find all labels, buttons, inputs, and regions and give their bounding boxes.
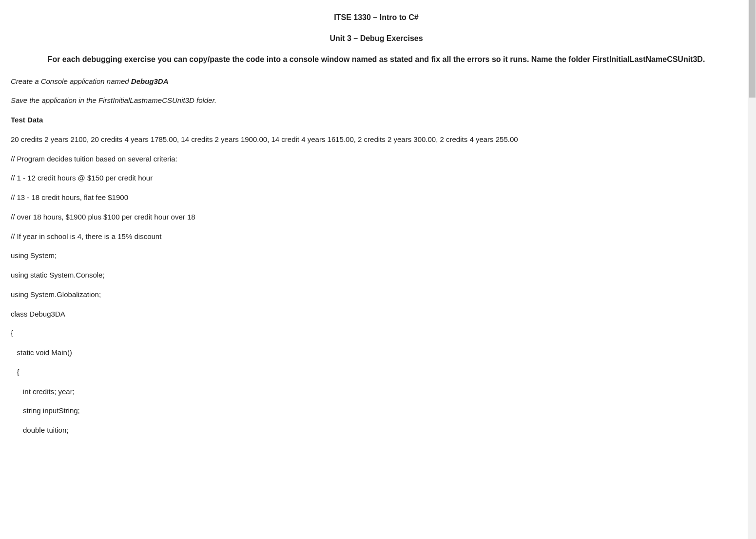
code-line: string inputString; — [11, 405, 742, 416]
code-line: // 1 - 12 credit hours @ $150 per credit… — [11, 173, 742, 183]
create-app-line: Create a Console application named Debug… — [11, 76, 742, 87]
course-title: ITSE 1330 – Intro to C# — [11, 12, 742, 23]
test-data-label: Test Data — [11, 115, 742, 125]
instructions-text: For each debugging exercise you can copy… — [11, 54, 742, 65]
test-data-content: 20 credits 2 years 2100, 20 credits 4 ye… — [11, 134, 742, 145]
save-app-line: Save the application in the FirstInitial… — [11, 95, 742, 106]
code-line: { — [11, 328, 742, 339]
scrollbar-track[interactable] — [748, 0, 756, 456]
code-line: class Debug3DA — [11, 309, 742, 319]
code-line: // 13 - 18 credit hours, flat fee $1900 — [11, 192, 742, 203]
code-line: // over 18 hours, $1900 plus $100 per cr… — [11, 212, 742, 222]
code-line: double tuition; — [11, 425, 742, 436]
create-app-name: Debug3DA — [131, 77, 169, 85]
code-line: static void Main() — [11, 347, 742, 358]
code-line: // Program decides tuition based on seve… — [11, 154, 742, 164]
scrollbar-thumb[interactable] — [749, 0, 756, 98]
code-line: using System.Globalization; — [11, 289, 742, 300]
unit-title: Unit 3 – Debug Exercises — [11, 33, 742, 44]
code-line: { — [11, 367, 742, 378]
code-line: // If year in school is 4, there is a 15… — [11, 231, 742, 242]
create-app-prefix: Create a Console application named — [11, 77, 131, 85]
code-line: using static System.Console; — [11, 270, 742, 280]
code-line: int credits; year; — [11, 386, 742, 397]
document-body: ITSE 1330 – Intro to C# Unit 3 – Debug E… — [11, 12, 742, 436]
code-line: using System; — [11, 250, 742, 261]
